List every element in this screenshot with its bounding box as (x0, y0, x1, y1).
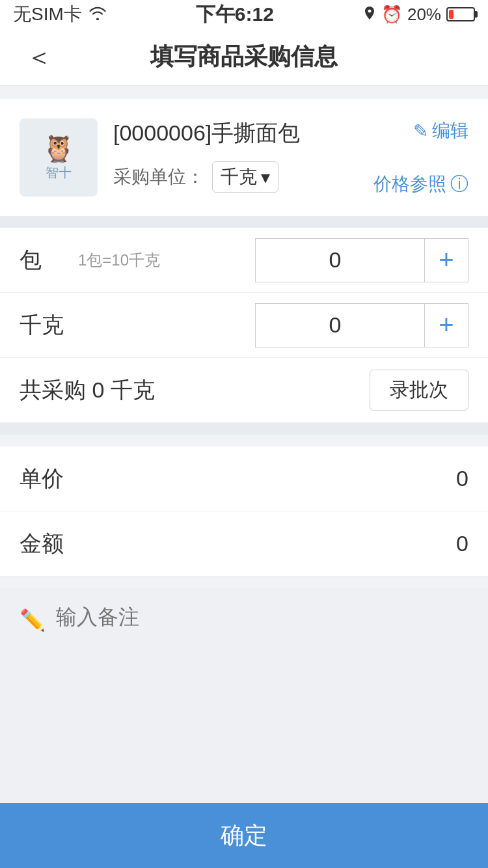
remark-section: ✏️ (0, 588, 488, 809)
back-button[interactable]: ＜ (20, 33, 59, 81)
edit-label: 编辑 (432, 118, 468, 143)
input-section: 包 1包=10千克 + 千克 + (0, 228, 488, 358)
amount-row: 金额 0 (0, 511, 488, 576)
product-image: 🦉 智十 (20, 118, 98, 197)
price-ref-label: 价格参照 (373, 172, 446, 197)
nav-bar: ＜ 填写商品采购信息 (0, 29, 488, 86)
alarm-icon: ⏰ (381, 5, 402, 25)
batch-button[interactable]: 录批次 (370, 370, 468, 411)
confirm-button[interactable]: 确定 (0, 803, 488, 868)
dropdown-arrow-icon: ▾ (261, 167, 270, 188)
bag-plus-button[interactable]: + (424, 238, 468, 282)
product-logo-icon: 🦉 (42, 133, 75, 164)
battery-text: 20% (407, 5, 441, 25)
purchase-unit-label: 采购单位： (113, 165, 204, 189)
wifi-icon (88, 4, 107, 25)
carrier-text: 无SIM卡 (13, 2, 82, 27)
bag-sublabel: 1包=10千克 (78, 250, 160, 271)
kg-input-control: + (255, 303, 468, 347)
price-ref-help-icon: ⓘ (450, 172, 468, 197)
bag-quantity-input[interactable] (255, 238, 424, 282)
price-ref-button[interactable]: 价格参照 ⓘ (373, 172, 468, 197)
summary-row: 共采购 0 千克 录批次 (0, 358, 488, 423)
pencil-icon: ✏️ (20, 608, 46, 632)
remark-input[interactable] (56, 605, 468, 629)
edit-icon: ✎ (413, 120, 428, 142)
page-title: 填写商品采购信息 (150, 41, 338, 73)
kg-plus-button[interactable]: + (424, 303, 468, 347)
info-section: 单价 0 金额 0 (0, 446, 488, 576)
bag-input-control: + (255, 238, 468, 282)
total-text: 共采购 0 千克 (20, 375, 155, 405)
unit-price-row: 单价 0 (0, 446, 488, 511)
unit-dropdown[interactable]: 千克 ▾ (212, 161, 278, 193)
unit-value: 千克 (221, 165, 257, 189)
status-right: ⏰ 20% (363, 5, 475, 25)
product-logo-text: 智十 (46, 164, 72, 182)
kg-label: 千克 (20, 310, 72, 340)
kg-input-row: 千克 + (0, 293, 488, 358)
unit-price-value: 0 (456, 466, 468, 491)
unit-price-label: 单价 (20, 464, 64, 494)
edit-button[interactable]: ✎ 编辑 (413, 118, 468, 143)
divider-2 (0, 423, 488, 435)
kg-quantity-input[interactable] (255, 303, 424, 347)
amount-label: 金额 (20, 529, 64, 559)
status-time: 下午6:12 (196, 1, 274, 28)
status-left: 无SIM卡 (13, 2, 107, 27)
bag-label: 包 (20, 245, 72, 275)
status-bar: 无SIM卡 下午6:12 ⏰ 20% (0, 0, 488, 29)
product-card: 🦉 智十 [0000006]手撕面包 采购单位： 千克 ▾ ✎ 编辑 价格参照 … (0, 99, 488, 216)
divider-1 (0, 216, 488, 228)
battery-icon (446, 7, 475, 21)
location-icon (363, 5, 376, 25)
amount-value: 0 (456, 531, 468, 556)
bag-input-row: 包 1包=10千克 + (0, 228, 488, 293)
